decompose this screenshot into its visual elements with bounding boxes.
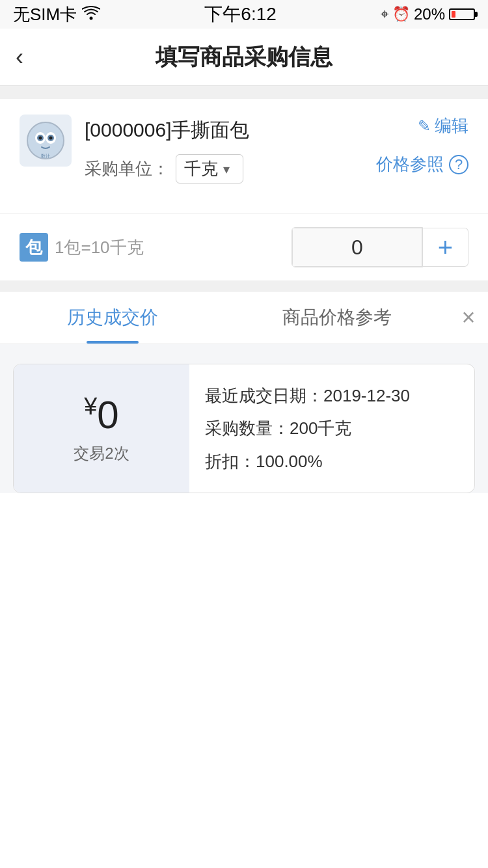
product-logo: 数计 bbox=[20, 115, 72, 167]
main-content: 数计 [0000006]手撕面包 采购单位： 千克 ▾ ✎ bbox=[0, 99, 488, 868]
product-header: 数计 [0000006]手撕面包 采购单位： 千克 ▾ ✎ bbox=[20, 115, 468, 183]
price-ref-label: 价格参照 bbox=[376, 153, 444, 176]
alarm-icon: ⏰ bbox=[392, 6, 410, 23]
section-divider bbox=[0, 280, 488, 291]
price-discount-row: 折扣：100.00% bbox=[205, 450, 459, 473]
unit-label: 采购单位： bbox=[85, 157, 169, 180]
svg-point-6 bbox=[39, 137, 42, 140]
price-quantity-row: 采购数量：200千克 bbox=[205, 416, 459, 440]
help-icon: ? bbox=[449, 155, 468, 174]
svg-point-7 bbox=[49, 137, 53, 140]
svg-point-0 bbox=[90, 16, 93, 20]
date-label: 最近成交日期： bbox=[205, 386, 323, 405]
nav-bar: ‹ 填写商品采购信息 bbox=[0, 29, 488, 86]
price-ref-button[interactable]: 价格参照 ? bbox=[376, 153, 468, 176]
battery-percent: 20% bbox=[414, 5, 445, 23]
tab-history-price-label: 历史成交价 bbox=[67, 305, 158, 330]
battery-icon bbox=[449, 8, 475, 20]
page-title: 填写商品采购信息 bbox=[156, 42, 332, 72]
quantity-control: + bbox=[291, 227, 468, 267]
tab-active-indicator bbox=[87, 341, 139, 344]
tab-product-price-ref-label: 商品价格参考 bbox=[282, 305, 392, 330]
bottom-panel: 历史成交价 商品价格参考 × ¥0 交易2次 最近成交日期：2019-12-30 bbox=[0, 291, 488, 493]
quantity-plus-button[interactable]: + bbox=[423, 228, 468, 267]
date-value: 2019-12-30 bbox=[323, 386, 410, 405]
carrier-text: 无SIM卡 bbox=[13, 3, 77, 26]
product-card: 数计 [0000006]手撕面包 采购单位： 千克 ▾ ✎ bbox=[0, 99, 488, 212]
location-icon: ⌖ bbox=[381, 6, 388, 23]
discount-label: 折扣： bbox=[205, 452, 256, 471]
edit-button[interactable]: ✎ 编辑 bbox=[418, 115, 468, 137]
wifi-icon bbox=[82, 5, 100, 25]
quantity-label: 采购数量： bbox=[205, 418, 290, 438]
quantity-row: 包 1包=10千克 + bbox=[0, 214, 488, 280]
status-right: ⌖ ⏰ 20% bbox=[381, 5, 475, 23]
unit-value: 千克 bbox=[184, 157, 218, 180]
tab-bar: 历史成交价 商品价格参考 × bbox=[0, 292, 488, 344]
panel-close-button[interactable]: × bbox=[449, 298, 488, 337]
unit-conversion: 1包=10千克 bbox=[55, 236, 144, 259]
product-actions: ✎ 编辑 价格参照 ? bbox=[376, 115, 468, 176]
product-unit-row: 采购单位： 千克 ▾ bbox=[85, 154, 249, 183]
quantity-section: 包 1包=10千克 + bbox=[0, 213, 488, 280]
edit-icon: ✎ bbox=[418, 117, 431, 135]
back-button[interactable]: ‹ bbox=[16, 44, 23, 71]
status-time: 下午6:12 bbox=[204, 2, 277, 27]
unit-box-label: 包 bbox=[20, 233, 48, 262]
product-info: [0000006]手撕面包 采购单位： 千克 ▾ bbox=[85, 115, 249, 183]
price-value: 0 bbox=[97, 393, 118, 437]
quantity-input[interactable] bbox=[292, 228, 422, 267]
product-name: [0000006]手撕面包 bbox=[85, 117, 249, 144]
quantity-value: 200千克 bbox=[290, 418, 351, 438]
currency-symbol: ¥ bbox=[84, 393, 97, 420]
status-left: 无SIM卡 bbox=[13, 3, 100, 26]
unit-dropdown-arrow: ▾ bbox=[223, 161, 230, 177]
qty-input-wrapper bbox=[291, 227, 423, 267]
price-left-panel: ¥0 交易2次 bbox=[14, 364, 189, 493]
product-left: 数计 [0000006]手撕面包 采购单位： 千克 ▾ bbox=[20, 115, 249, 183]
discount-value: 100.00% bbox=[256, 452, 323, 471]
edit-label: 编辑 bbox=[435, 115, 468, 137]
price-amount: ¥0 bbox=[84, 394, 118, 437]
svg-text:数计: 数计 bbox=[41, 154, 50, 158]
status-bar: 无SIM卡 下午6:12 ⌖ ⏰ 20% bbox=[0, 0, 488, 29]
tab-history-price[interactable]: 历史成交价 bbox=[0, 292, 224, 344]
price-date-row: 最近成交日期：2019-12-30 bbox=[205, 384, 459, 407]
unit-info: 包 1包=10千克 bbox=[20, 233, 144, 262]
price-right-panel: 最近成交日期：2019-12-30 采购数量：200千克 折扣：100.00% bbox=[189, 364, 474, 493]
tab-product-price-ref[interactable]: 商品价格参考 bbox=[224, 292, 449, 344]
price-card: ¥0 交易2次 最近成交日期：2019-12-30 采购数量：200千克 折扣：… bbox=[13, 364, 475, 493]
unit-select[interactable]: 千克 ▾ bbox=[176, 154, 243, 183]
trades-label: 交易2次 bbox=[74, 443, 129, 464]
